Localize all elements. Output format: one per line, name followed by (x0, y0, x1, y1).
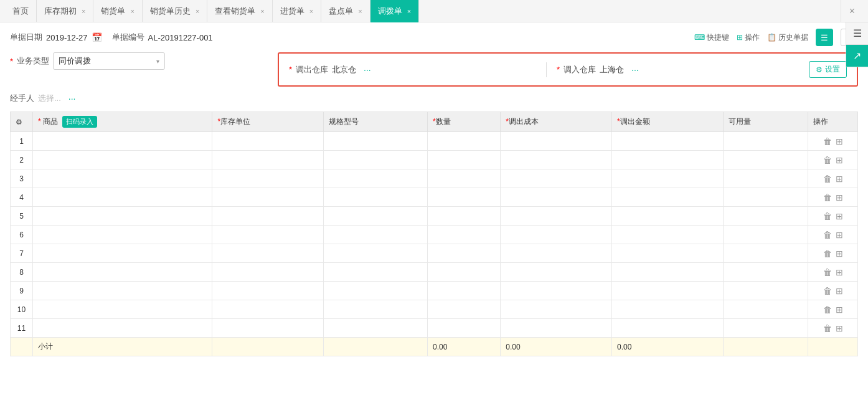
amount-cell[interactable] (612, 244, 724, 263)
tab-view-sales[interactable]: 查看销货单 × (207, 0, 272, 22)
tab-view-sales-close[interactable]: × (260, 7, 264, 15)
delete-icon[interactable]: 🗑 (821, 267, 834, 278)
manager-select[interactable]: 选择... (38, 93, 61, 104)
cost-cell[interactable] (501, 282, 612, 300)
copy-icon[interactable]: ⊞ (834, 304, 845, 315)
product-cell[interactable] (33, 132, 212, 151)
delete-icon[interactable]: 🗑 (821, 155, 834, 166)
quantity-cell[interactable] (428, 188, 501, 207)
copy-icon[interactable]: ⊞ (834, 285, 845, 297)
unit-cell[interactable] (212, 244, 324, 263)
amount-cell[interactable] (612, 132, 724, 151)
tab-sales-history-close[interactable]: × (196, 7, 199, 15)
business-type-select[interactable]: 同价调拨 ▾ (53, 52, 165, 70)
out-warehouse-dots[interactable]: ··· (364, 65, 371, 75)
quantity-cell[interactable] (428, 151, 501, 169)
quantity-cell[interactable] (428, 169, 501, 188)
tab-purchase-order[interactable]: 进货单 × (273, 0, 321, 22)
spec-cell[interactable] (324, 207, 428, 226)
layout-list-btn[interactable]: ☰ (816, 29, 833, 46)
unit-cell[interactable] (212, 300, 324, 319)
tab-inventory-init-close[interactable]: × (82, 7, 85, 15)
sidebar-export-icon[interactable]: ↗ (846, 45, 869, 67)
amount-cell[interactable] (612, 207, 724, 226)
quantity-cell[interactable] (428, 263, 501, 282)
delete-icon[interactable]: 🗑 (821, 285, 834, 297)
tab-inventory-init[interactable]: 库存期初 × (37, 0, 93, 22)
spec-cell[interactable] (324, 226, 428, 244)
unit-cell[interactable] (212, 319, 324, 338)
in-warehouse-dots[interactable]: ··· (631, 65, 639, 75)
cost-cell[interactable] (501, 207, 612, 226)
cost-cell[interactable] (501, 226, 612, 244)
col-gear[interactable]: ⚙ (11, 112, 33, 132)
window-close-button[interactable]: × (841, 0, 863, 22)
tab-home[interactable]: 首页 (5, 0, 37, 22)
copy-icon[interactable]: ⊞ (834, 229, 845, 240)
amount-cell[interactable] (612, 226, 724, 244)
cost-cell[interactable] (501, 188, 612, 207)
amount-cell[interactable] (612, 282, 724, 300)
quantity-cell[interactable] (428, 132, 501, 151)
unit-cell[interactable] (212, 226, 324, 244)
product-cell[interactable] (33, 244, 212, 263)
delete-icon[interactable]: 🗑 (821, 323, 834, 334)
quantity-cell[interactable] (428, 244, 501, 263)
spec-cell[interactable] (324, 244, 428, 263)
cost-cell[interactable] (501, 300, 612, 319)
amount-cell[interactable] (612, 188, 724, 207)
product-cell[interactable] (33, 151, 212, 169)
spec-cell[interactable] (324, 188, 428, 207)
product-cell[interactable] (33, 169, 212, 188)
product-cell[interactable] (33, 282, 212, 300)
delete-icon[interactable]: 🗑 (821, 211, 834, 222)
spec-cell[interactable] (324, 300, 428, 319)
in-warehouse-value[interactable]: 上海仓 (600, 64, 624, 75)
calendar-icon[interactable]: 📅 (92, 32, 102, 42)
copy-icon[interactable]: ⊞ (834, 136, 845, 147)
spec-cell[interactable] (324, 319, 428, 338)
settings-gear-button[interactable]: ⚙ 设置 (809, 61, 847, 78)
cost-cell[interactable] (501, 169, 612, 188)
copy-icon[interactable]: ⊞ (834, 267, 845, 278)
cost-cell[interactable] (501, 263, 612, 282)
tab-sales-history[interactable]: 销货单历史 × (143, 0, 207, 22)
spec-cell[interactable] (324, 282, 428, 300)
unit-cell[interactable] (212, 169, 324, 188)
amount-cell[interactable] (612, 300, 724, 319)
product-cell[interactable] (33, 263, 212, 282)
delete-icon[interactable]: 🗑 (821, 229, 834, 240)
unit-cell[interactable] (212, 207, 324, 226)
amount-cell[interactable] (612, 151, 724, 169)
product-cell[interactable] (33, 207, 212, 226)
product-cell[interactable] (33, 300, 212, 319)
spec-cell[interactable] (324, 263, 428, 282)
tab-inventory-count[interactable]: 盘点单 × (321, 0, 370, 22)
delete-icon[interactable]: 🗑 (821, 248, 834, 259)
copy-icon[interactable]: ⊞ (834, 155, 845, 166)
amount-cell[interactable] (612, 263, 724, 282)
unit-cell[interactable] (212, 282, 324, 300)
cost-cell[interactable] (501, 151, 612, 169)
delete-icon[interactable]: 🗑 (821, 304, 834, 315)
date-value[interactable]: 2019-12-27 (46, 33, 88, 42)
scan-input-button[interactable]: 扫码录入 (62, 116, 97, 128)
operations-link[interactable]: ⊞ 操作 (737, 32, 760, 43)
history-link[interactable]: 📋 历史单据 (767, 32, 808, 43)
amount-cell[interactable] (612, 169, 724, 188)
unit-cell[interactable] (212, 151, 324, 169)
spec-cell[interactable] (324, 169, 428, 188)
copy-icon[interactable]: ⊞ (834, 173, 845, 184)
quantity-cell[interactable] (428, 319, 501, 338)
delete-icon[interactable]: 🗑 (821, 136, 834, 147)
tab-purchase-order-close[interactable]: × (309, 7, 313, 15)
cost-cell[interactable] (501, 319, 612, 338)
quantity-cell[interactable] (428, 282, 501, 300)
unit-cell[interactable] (212, 132, 324, 151)
delete-icon[interactable]: 🗑 (821, 192, 834, 203)
cost-cell[interactable] (501, 132, 612, 151)
unit-cell[interactable] (212, 188, 324, 207)
tab-sales-order[interactable]: 销货单 × (93, 0, 142, 22)
sidebar-list-icon[interactable]: ☰ (846, 22, 869, 45)
copy-icon[interactable]: ⊞ (834, 211, 845, 222)
